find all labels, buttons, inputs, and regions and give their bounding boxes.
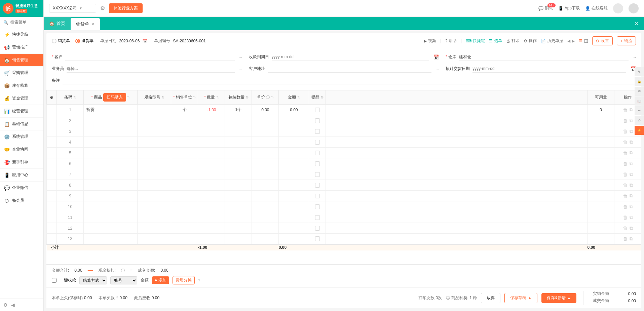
customer-input[interactable] <box>65 53 235 61</box>
copy-row-6-icon[interactable]: ⧉ <box>630 161 633 166</box>
cell-qty-9[interactable] <box>198 191 225 201</box>
cell-pkgqty-12[interactable] <box>225 223 252 234</box>
cell-pkgqty-11[interactable] <box>225 212 252 223</box>
copy-row-10-icon[interactable]: ⧉ <box>630 204 633 209</box>
next-icon[interactable]: ▶ <box>572 39 575 43</box>
gift-checkbox-8[interactable] <box>315 183 320 188</box>
cell-product-5[interactable] <box>84 148 138 158</box>
video-btn[interactable]: ▶ 视频 <box>424 38 436 44</box>
cell-spec-2[interactable] <box>138 115 171 126</box>
cell-product-9[interactable] <box>84 191 138 201</box>
cell-gift-7[interactable] <box>309 169 326 180</box>
cell-qty-13[interactable] <box>198 234 225 244</box>
cell-price-9[interactable] <box>252 191 279 201</box>
due-date-calendar-icon[interactable]: 📅 <box>433 54 439 60</box>
cell-amount-13[interactable] <box>279 234 309 244</box>
copy-row-11-icon[interactable]: ⧉ <box>630 215 633 220</box>
cell-remark-5[interactable] <box>326 148 588 158</box>
salesperson-expand-icon[interactable]: ··· <box>239 67 242 71</box>
gift-checkbox-2[interactable] <box>315 118 320 123</box>
cell-unit-13[interactable] <box>171 234 198 244</box>
delete-row-13-icon[interactable]: 🗑 <box>623 236 628 241</box>
delete-row-9-icon[interactable]: 🗑 <box>623 193 628 199</box>
app-download-button[interactable]: 📱 App下载 <box>558 5 580 11</box>
trial-button[interactable]: 体验行业方案 <box>109 3 143 13</box>
cell-gift-11[interactable] <box>309 212 326 223</box>
cell-pkgqty-13[interactable] <box>225 234 252 244</box>
tab-home[interactable]: 🏠 首页 <box>44 17 71 30</box>
cell-unit-5[interactable] <box>171 148 198 158</box>
cell-pkgqty-7[interactable] <box>225 169 252 180</box>
copy-row-12-icon[interactable]: ⧉ <box>630 225 633 231</box>
cell-remark-9[interactable] <box>326 191 588 201</box>
company-selector[interactable]: XXXXXX公司 ▼ <box>49 4 96 13</box>
th-pkgqty[interactable]: 包装数量 ⇅ <box>225 90 252 105</box>
radio-sales-order[interactable]: 销货单 <box>52 38 70 44</box>
cell-price-4[interactable] <box>252 137 279 148</box>
list-view-icon[interactable]: ≡ <box>579 37 582 44</box>
sidebar-item-basic[interactable]: 📋 基础信息 <box>0 118 43 130</box>
cell-unit-1[interactable]: 个 <box>171 105 198 115</box>
add-payment-button[interactable]: ● 添加 <box>152 276 169 284</box>
history-btn[interactable]: 📄 历史单据 <box>541 38 563 44</box>
cell-gift-12[interactable] <box>309 223 326 234</box>
cell-unit-4[interactable] <box>171 137 198 148</box>
delivery-date-input[interactable] <box>472 65 626 73</box>
gift-checkbox-9[interactable] <box>315 194 320 198</box>
expense-split-button[interactable]: 费用分摊 <box>173 276 195 284</box>
delete-row-3-icon[interactable]: 🗑 <box>623 129 628 134</box>
cell-pkgqty-4[interactable] <box>225 137 252 148</box>
copy-row-5-icon[interactable]: ⧉ <box>630 150 633 156</box>
cell-unit-3[interactable] <box>171 126 198 137</box>
address-expand-icon[interactable]: ··· <box>435 67 439 71</box>
cell-remark-12[interactable] <box>326 223 588 234</box>
cell-price-1[interactable]: 0.00 <box>252 105 279 115</box>
delete-row-4-icon[interactable]: 🗑 <box>623 140 628 145</box>
cell-amount-8[interactable] <box>279 180 309 191</box>
warehouse-expand-icon[interactable]: ··· <box>633 55 636 60</box>
cell-gift-4[interactable] <box>309 137 326 148</box>
cell-gift-8[interactable] <box>309 180 326 191</box>
cell-spec-1[interactable] <box>138 105 171 115</box>
customer-expand-icon[interactable]: ··· <box>239 55 242 60</box>
gift-checkbox-5[interactable] <box>315 151 320 155</box>
th-settings[interactable]: ⚙ <box>47 90 57 105</box>
cell-qty-4[interactable] <box>198 137 225 148</box>
gift-checkbox-12[interactable] <box>315 226 320 231</box>
discard-button[interactable]: 放弃 <box>481 293 500 303</box>
cell-unit-10[interactable] <box>171 201 198 212</box>
cell-amount-7[interactable] <box>279 169 309 180</box>
radio-return-order[interactable]: 退货单 <box>75 38 93 44</box>
cell-pkgqty-1[interactable]: 1个 <box>225 105 252 115</box>
th-unit[interactable]: * 销售单位 ⇅ <box>171 90 198 105</box>
cell-gift-2[interactable] <box>309 115 326 126</box>
cell-remark-3[interactable] <box>326 126 588 137</box>
th-product[interactable]: * 商品 扫码录入 ⇅ <box>84 90 138 105</box>
cell-product-2[interactable] <box>84 115 138 126</box>
cell-qty-7[interactable] <box>198 169 225 180</box>
shortcut-btn[interactable]: ⌨ 快捷键 <box>466 38 485 44</box>
cell-unit-9[interactable] <box>171 191 198 201</box>
user-avatar[interactable] <box>613 3 623 13</box>
cell-qty-2[interactable] <box>198 115 225 126</box>
cell-remark-8[interactable] <box>326 180 588 191</box>
prev-icon[interactable]: ◀ <box>567 39 570 43</box>
cell-remark-2[interactable] <box>326 115 588 126</box>
cell-remark-13[interactable] <box>326 234 588 244</box>
salesperson-input[interactable] <box>67 65 235 73</box>
copy-row-9-icon[interactable]: ⧉ <box>630 193 633 199</box>
cell-amount-3[interactable] <box>279 126 309 137</box>
cell-remark-6[interactable] <box>326 158 588 169</box>
sidebar-item-sales[interactable]: 🏠 销售管理 <box>0 54 43 67</box>
th-price[interactable]: 单价 ⓘ ⇅ <box>252 90 279 105</box>
cell-amount-2[interactable] <box>279 115 309 126</box>
cell-remark-10[interactable] <box>326 201 588 212</box>
payment-method-select[interactable]: 结算方式 <box>79 276 107 284</box>
sidebar-item-wechat[interactable]: 💬 企业微信 <box>0 182 43 194</box>
cell-product-4[interactable] <box>84 137 138 148</box>
payment-account-select[interactable]: 账号 <box>110 276 137 284</box>
cell-remark-4[interactable] <box>326 137 588 148</box>
delete-row-1-icon[interactable]: 🗑 <box>623 107 628 113</box>
cell-price-3[interactable] <box>252 126 279 137</box>
warehouse-input[interactable] <box>459 53 629 61</box>
